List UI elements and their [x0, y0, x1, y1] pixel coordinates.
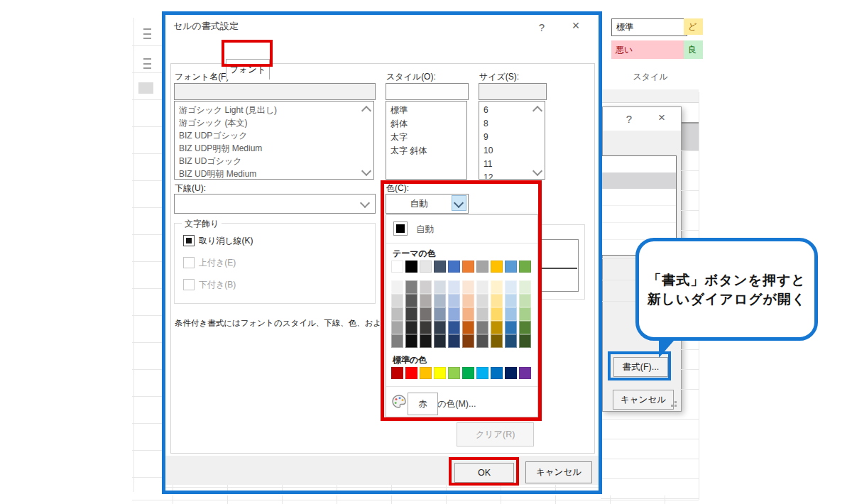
resize-grip[interactable]	[674, 401, 677, 403]
font-size-input[interactable]	[479, 83, 547, 100]
help-icon[interactable]: ?	[534, 20, 550, 34]
color-swatch[interactable]	[391, 367, 403, 379]
color-swatch[interactable]	[462, 280, 474, 294]
color-swatch[interactable]	[476, 321, 488, 334]
color-swatch[interactable]	[448, 307, 460, 321]
font-style-input[interactable]	[386, 83, 469, 100]
color-swatch[interactable]	[462, 307, 474, 321]
color-swatch[interactable]	[420, 334, 432, 348]
style-gallery-cell-partial-top[interactable]: ど	[684, 18, 703, 35]
font-list-item[interactable]: BIZ UDゴシック	[175, 155, 373, 168]
style-gallery-cell-normal[interactable]: 標準	[611, 18, 687, 36]
rule-list-row[interactable]	[599, 206, 676, 223]
color-swatch[interactable]	[505, 334, 517, 348]
color-swatch[interactable]	[391, 280, 403, 294]
style-gallery-cell-bad[interactable]: 悪い	[611, 40, 686, 59]
color-swatch[interactable]	[462, 261, 474, 273]
color-swatch[interactable]	[519, 261, 531, 273]
size-list-item[interactable]: 8	[479, 117, 545, 131]
size-list-item[interactable]: 9	[479, 131, 545, 144]
color-swatch[interactable]	[420, 321, 432, 334]
color-swatch[interactable]	[462, 294, 474, 307]
underline-dropdown[interactable]	[174, 194, 376, 214]
color-swatch[interactable]	[391, 334, 403, 348]
color-swatch[interactable]	[434, 294, 446, 307]
color-swatch[interactable]	[420, 307, 432, 321]
color-swatch[interactable]	[420, 367, 432, 379]
color-swatch[interactable]	[405, 367, 417, 379]
font-list-item[interactable]: BIZ UDP明朝 Medium	[175, 142, 373, 155]
color-swatch[interactable]	[391, 261, 403, 273]
color-swatch[interactable]	[519, 307, 531, 321]
style-list-item[interactable]: 太字	[386, 131, 466, 144]
color-swatch[interactable]	[519, 280, 531, 294]
color-swatch[interactable]	[405, 334, 417, 348]
color-swatch[interactable]	[505, 367, 517, 379]
color-swatch[interactable]	[448, 321, 460, 334]
color-swatch[interactable]	[434, 334, 446, 348]
color-swatch[interactable]	[519, 367, 531, 379]
color-swatch[interactable]	[448, 280, 460, 294]
color-swatch[interactable]	[476, 307, 488, 321]
color-swatch[interactable]	[519, 321, 531, 334]
font-list-item[interactable]: BIZ UD明朝 Medium	[175, 168, 373, 180]
color-swatch[interactable]	[462, 367, 474, 379]
more-colors-item[interactable]: の色(M)... 赤	[386, 387, 537, 416]
color-swatch[interactable]	[434, 261, 446, 273]
rule-list-row-selected[interactable]	[599, 172, 676, 189]
clear-button[interactable]: クリア(R)	[457, 422, 534, 447]
font-name-input[interactable]	[174, 83, 376, 100]
color-swatch[interactable]	[491, 367, 503, 379]
font-name-list[interactable]: 游ゴシック Light (見出し)游ゴシック (本文)BIZ UDPゴシックBI…	[174, 101, 374, 180]
format-button[interactable]: 書式(F)...	[613, 357, 668, 377]
color-swatch[interactable]	[519, 294, 531, 307]
color-swatch[interactable]	[420, 280, 432, 294]
color-swatch[interactable]	[505, 280, 517, 294]
close-icon[interactable]: ×	[654, 111, 670, 125]
color-swatch[interactable]	[405, 280, 417, 294]
color-swatch[interactable]	[434, 280, 446, 294]
strikethrough-checkbox[interactable]	[183, 235, 195, 246]
color-swatch[interactable]	[434, 367, 446, 379]
color-swatch[interactable]	[476, 294, 488, 307]
font-list-item[interactable]: 游ゴシック (本文)	[175, 116, 373, 129]
font-style-list[interactable]: 標準斜体太字太字 斜体	[386, 101, 467, 180]
color-swatch[interactable]	[391, 307, 403, 321]
rule-list-row[interactable]	[599, 156, 676, 172]
font-list-item[interactable]: BIZ UDPゴシック	[175, 129, 373, 142]
color-swatch[interactable]	[476, 334, 488, 348]
color-swatch[interactable]	[462, 321, 474, 334]
style-list-item[interactable]: 太字 斜体	[386, 144, 466, 158]
color-swatch[interactable]	[448, 294, 460, 307]
color-swatch[interactable]	[448, 334, 460, 348]
color-swatch[interactable]	[491, 294, 503, 307]
superscript-checkbox[interactable]	[183, 257, 195, 268]
color-swatch[interactable]	[405, 321, 417, 334]
color-swatch[interactable]	[405, 307, 417, 321]
subscript-checkbox[interactable]	[183, 279, 195, 290]
chevron-down-icon[interactable]	[360, 198, 370, 208]
dropdown-arrow-button[interactable]	[452, 195, 466, 211]
help-icon[interactable]: ?	[621, 111, 637, 126]
style-gallery-cell-partial-bottom[interactable]: 良	[684, 40, 703, 59]
rule-cancel-button[interactable]: キャンセル	[613, 390, 674, 410]
color-swatch[interactable]	[405, 294, 417, 307]
color-swatch[interactable]	[491, 321, 503, 334]
rule-list-row[interactable]	[599, 189, 676, 206]
color-swatch[interactable]	[491, 261, 503, 273]
color-swatch[interactable]	[405, 261, 417, 273]
automatic-color-item[interactable]: 自動	[386, 215, 537, 242]
color-swatch[interactable]	[391, 294, 403, 307]
color-swatch[interactable]	[476, 367, 488, 379]
color-swatch[interactable]	[491, 307, 503, 321]
font-list-item[interactable]: 游ゴシック Light (見出し)	[175, 104, 373, 116]
color-swatch[interactable]	[505, 294, 517, 307]
ok-button[interactable]: OK	[454, 463, 514, 483]
color-swatch[interactable]	[505, 307, 517, 321]
color-swatch[interactable]	[448, 261, 460, 273]
color-swatch[interactable]	[462, 334, 474, 348]
tab-font[interactable]: フォント	[226, 59, 270, 80]
style-list-item[interactable]: 斜体	[386, 117, 466, 131]
color-swatch[interactable]	[491, 280, 503, 294]
color-swatch[interactable]	[519, 334, 531, 348]
